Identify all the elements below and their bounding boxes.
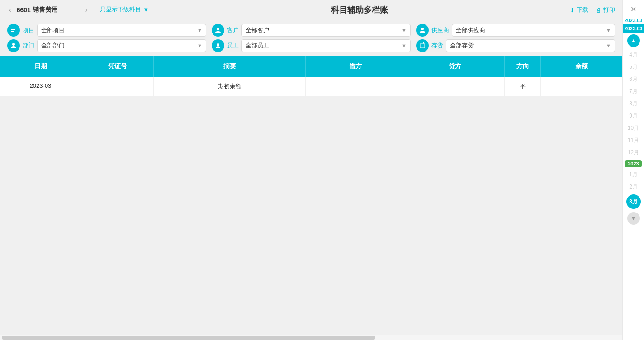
- sidebar-month-1[interactable]: 1月: [623, 169, 644, 181]
- department-arrow-icon: ▼: [197, 43, 202, 48]
- project-label: 项目: [23, 26, 34, 34]
- col-date: 日期: [0, 56, 81, 77]
- project-arrow-icon: ▼: [197, 28, 202, 33]
- svg-rect-2: [11, 31, 14, 32]
- sidebar-period-selected[interactable]: 2023.03: [623, 24, 644, 33]
- project-value: 全部项目: [41, 26, 65, 34]
- customer-value: 全部客户: [246, 26, 269, 34]
- chevron-down-icon: ▼: [143, 6, 149, 13]
- account-name: 销售费用: [33, 6, 58, 14]
- sidebar-year-badge[interactable]: 2023: [625, 160, 641, 167]
- customer-label: 客户: [227, 26, 239, 34]
- sidebar-month-6[interactable]: 6月: [623, 73, 644, 85]
- filter-row-1: 项目 全部项目 ▼ 客户 全部客户 ▼: [7, 24, 615, 37]
- svg-rect-5: [217, 43, 219, 47]
- customer-select[interactable]: 全部客户 ▼: [242, 24, 411, 37]
- department-select[interactable]: 全部部门 ▼: [37, 39, 206, 52]
- col-summary: 摘要: [154, 56, 306, 77]
- col-credit: 贷方: [405, 56, 505, 77]
- sidebar-month-5[interactable]: 5月: [623, 61, 644, 73]
- right-sidebar: ✕ 2023.03 2023.03 ▲ 4月 5月 6月 7月 8月 9月 10…: [622, 0, 644, 340]
- action-buttons: ⬇ 下载 🖨 打印: [570, 6, 615, 14]
- download-label: 下载: [577, 6, 588, 14]
- cell-direction: 平: [505, 77, 541, 96]
- filter-employee: 员工 全部员工 ▼: [212, 39, 411, 52]
- supplier-label: 供应商: [431, 26, 449, 34]
- employee-arrow-icon: ▼: [402, 43, 407, 48]
- svg-rect-0: [11, 28, 16, 28]
- department-icon: [7, 39, 20, 52]
- col-direction: 方向: [505, 56, 541, 77]
- close-button[interactable]: ✕: [628, 4, 639, 14]
- employee-select[interactable]: 全部员工 ▼: [242, 39, 411, 52]
- cell-voucher: [81, 77, 154, 96]
- inventory-arrow-icon: ▼: [606, 43, 611, 48]
- supplier-arrow-icon: ▼: [606, 28, 611, 33]
- filter-row-2: 部门 全部部门 ▼ 员工 全部员工 ▼: [7, 39, 615, 52]
- sidebar-month-10[interactable]: 10月: [623, 122, 644, 134]
- sidebar-month-3-active[interactable]: 3月: [626, 194, 641, 209]
- filter-customer: 客户 全部客户 ▼: [212, 24, 411, 37]
- table-row[interactable]: 2023-03 期初余额 平: [0, 77, 622, 96]
- sidebar-up-button[interactable]: ▲: [627, 34, 640, 47]
- prev-arrow[interactable]: ‹: [7, 5, 13, 14]
- inventory-icon: [416, 39, 429, 52]
- col-balance: 余额: [541, 56, 622, 77]
- cell-debit: [306, 77, 405, 96]
- table-header: 日期 凭证号 摘要 借方 贷方 方向 余额: [0, 56, 622, 77]
- account-code-box: 6601 销售费用: [17, 6, 80, 14]
- page-title: 科目辅助多栏账: [152, 5, 566, 15]
- cell-credit: [405, 77, 505, 96]
- cell-summary: 期初余额: [154, 77, 306, 96]
- inventory-select[interactable]: 全部存货 ▼: [446, 39, 615, 52]
- project-select[interactable]: 全部项目 ▼: [37, 24, 206, 37]
- show-sub-button[interactable]: 只显示下级科目 ▼: [100, 5, 149, 14]
- account-code: 6601: [17, 6, 31, 14]
- sidebar-down-button[interactable]: ▼: [627, 212, 640, 225]
- filter-department: 部门 全部部门 ▼: [7, 39, 206, 52]
- employee-label: 员工: [227, 42, 239, 50]
- show-sub-label: 只显示下级科目: [100, 5, 141, 14]
- customer-icon: [212, 24, 224, 37]
- filter-area: 项目 全部项目 ▼ 客户 全部客户 ▼: [0, 20, 622, 56]
- svg-point-3: [421, 28, 424, 30]
- employee-icon: [212, 39, 224, 52]
- table-area: 日期 凭证号 摘要 借方 贷方 方向 余额 2023-03 期初余额 平: [0, 56, 622, 340]
- department-label: 部门: [23, 42, 34, 50]
- sidebar-month-12[interactable]: 12月: [623, 146, 644, 159]
- sidebar-month-9[interactable]: 9月: [623, 110, 644, 122]
- filter-project: 项目 全部项目 ▼: [7, 24, 206, 37]
- next-arrow[interactable]: ›: [84, 5, 90, 14]
- sidebar-month-11[interactable]: 11月: [623, 134, 644, 146]
- filter-supplier: 供应商 全部供应商 ▼: [416, 24, 615, 37]
- supplier-icon: [416, 24, 429, 37]
- horizontal-scrollbar[interactable]: [0, 335, 622, 340]
- filter-inventory: 存货 全部存货 ▼: [416, 39, 615, 52]
- cell-balance: [541, 77, 622, 96]
- svg-rect-1: [11, 29, 15, 30]
- col-debit: 借方: [306, 56, 405, 77]
- sidebar-month-4[interactable]: 4月: [623, 49, 644, 61]
- table-body: 2023-03 期初余额 平: [0, 77, 622, 96]
- supplier-select[interactable]: 全部供应商 ▼: [452, 24, 615, 37]
- department-value: 全部部门: [41, 42, 65, 50]
- project-icon: [7, 24, 20, 37]
- inventory-label: 存货: [431, 42, 443, 50]
- print-label: 打印: [603, 6, 615, 14]
- top-bar: ‹ 6601 销售费用 › 只显示下级科目 ▼ 科目辅助多栏账 ⬇ 下载 🖨 打…: [0, 0, 622, 20]
- sidebar-month-2[interactable]: 2月: [623, 181, 644, 193]
- customer-arrow-icon: ▼: [402, 28, 407, 33]
- scrollbar-thumb[interactable]: [2, 336, 375, 340]
- sidebar-month-7[interactable]: 7月: [623, 85, 644, 98]
- inventory-value: 全部存货: [450, 42, 474, 50]
- sidebar-month-8[interactable]: 8月: [623, 98, 644, 110]
- cell-date: 2023-03: [0, 77, 81, 96]
- employee-value: 全部员工: [246, 42, 269, 50]
- sidebar-period-top[interactable]: 2023.03: [623, 16, 644, 24]
- supplier-value: 全部供应商: [456, 26, 485, 34]
- svg-point-4: [12, 43, 15, 46]
- download-button[interactable]: ⬇ 下载: [570, 6, 588, 14]
- print-icon: 🖨: [596, 7, 601, 14]
- col-voucher: 凭证号: [81, 56, 154, 77]
- print-button[interactable]: 🖨 打印: [596, 6, 615, 14]
